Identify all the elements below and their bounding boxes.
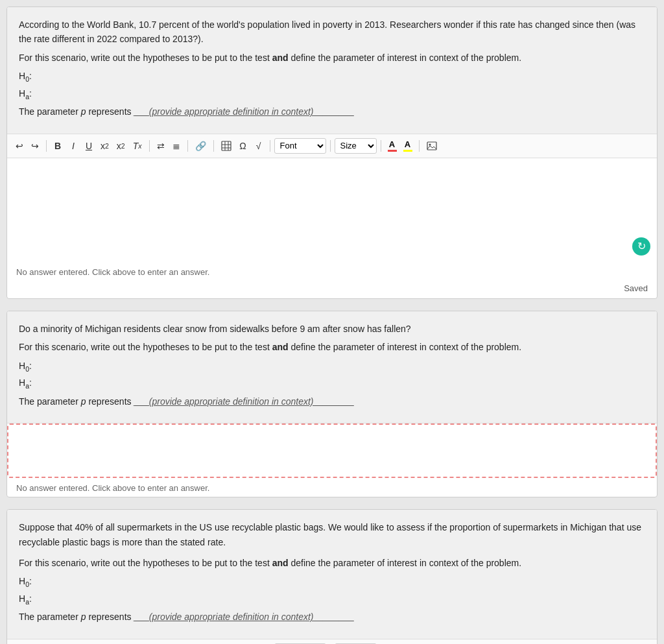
q1-toolbar: ↩ ↪ B I U x2 x2 Tx ⇄ ≣ 🔗 xyxy=(7,134,657,158)
q1-param-placeholder: ___(provide appropriate definition in co… xyxy=(134,106,353,117)
q3-param-placeholder: ___(provide appropriate definition in co… xyxy=(134,612,353,622)
q3-toolbar: ↩ ↪ B I U x2 x2 Tx ⇄ ≣ 🔗 xyxy=(7,639,657,644)
q1-and-bold: and xyxy=(272,53,289,63)
sep6 xyxy=(330,140,331,152)
redo-button[interactable]: ↪ xyxy=(28,138,42,154)
svg-rect-5 xyxy=(427,142,436,150)
q3-ha: Ha: xyxy=(19,591,645,608)
sep2 xyxy=(149,140,150,152)
q3-editor[interactable]: ↩ ↪ B I U x2 x2 Tx ⇄ ≣ 🔗 xyxy=(7,639,657,644)
q3-param: The parameter p represents ___(provide a… xyxy=(19,610,645,624)
image-icon xyxy=(427,141,437,151)
q3-prompt-line1: Suppose that 40% of all supermarkets in … xyxy=(19,520,645,549)
q1-content-area[interactable]: ↻ xyxy=(7,158,657,262)
font-color-a: A xyxy=(389,139,395,149)
question-1: According to the World Bank, 10.7 percen… xyxy=(6,6,658,299)
underline-button[interactable]: U xyxy=(82,138,96,154)
q1-saved-status: Saved xyxy=(7,281,657,298)
q2-dashed-area[interactable] xyxy=(7,423,657,478)
font-color-bar xyxy=(388,150,397,152)
undo-button[interactable]: ↩ xyxy=(12,138,27,154)
q2-prompt-line1: Do a minority of Michigan residents clea… xyxy=(19,322,645,336)
bold-button[interactable]: B xyxy=(51,138,65,154)
question-2: Do a minority of Michigan residents clea… xyxy=(6,311,658,497)
q1-no-answer: No answer entered. Click above to enter … xyxy=(7,262,657,281)
q2-prompt-line2: For this scenario, write out the hypothe… xyxy=(19,340,645,354)
q3-prompt: Suppose that 40% of all supermarkets in … xyxy=(7,510,657,639)
font-select-q1[interactable]: Font xyxy=(274,138,326,154)
q2-param-placeholder: ___(provide appropriate definition in co… xyxy=(134,396,353,407)
highlight-button-q1[interactable]: A xyxy=(401,138,415,154)
q3-h0: H0: xyxy=(19,574,645,590)
q1-ha: Ha: xyxy=(19,86,645,102)
size-select-q1[interactable]: Size xyxy=(335,138,377,154)
link-button[interactable]: 🔗 xyxy=(192,138,209,154)
sep7 xyxy=(381,140,381,152)
sep3 xyxy=(187,140,188,152)
question-3: Suppose that 40% of all supermarkets in … xyxy=(6,509,658,644)
unordered-list-button[interactable]: ≣ xyxy=(169,138,184,154)
ordered-list-button[interactable]: ⇄ xyxy=(154,138,168,154)
q1-refresh-icon[interactable]: ↻ xyxy=(632,237,650,256)
table-button[interactable] xyxy=(218,138,235,154)
sep1 xyxy=(46,140,47,152)
q1-prompt: According to the World Bank, 10.7 percen… xyxy=(7,7,657,134)
svg-rect-0 xyxy=(222,141,231,150)
superscript-button[interactable]: x2 xyxy=(97,138,112,154)
image-button-q1[interactable] xyxy=(423,138,440,154)
q1-h0: H0: xyxy=(19,69,645,85)
highlight-bar xyxy=(403,150,412,152)
q2-and-bold: and xyxy=(272,342,289,352)
table-icon xyxy=(221,141,231,151)
q1-editor[interactable]: ↩ ↪ B I U x2 x2 Tx ⇄ ≣ 🔗 xyxy=(7,134,657,298)
sep4 xyxy=(213,140,214,152)
subscript-button[interactable]: x2 xyxy=(113,138,128,154)
q2-editor[interactable]: No answer entered. Click above to enter … xyxy=(7,423,657,497)
q3-prompt-line2: For this scenario, write out the hypothe… xyxy=(19,556,645,570)
q2-prompt: Do a minority of Michigan residents clea… xyxy=(7,311,657,423)
q3-and-bold: and xyxy=(272,558,289,568)
omega-button[interactable]: Ω xyxy=(236,138,250,154)
q2-h0: H0: xyxy=(19,359,645,375)
q2-content-area[interactable] xyxy=(8,425,656,477)
highlight-a: A xyxy=(405,139,410,149)
clear-format-button[interactable]: Tx xyxy=(130,138,145,154)
font-color-button-q1[interactable]: A xyxy=(385,138,399,154)
italic-button[interactable]: I xyxy=(66,138,80,154)
svg-point-6 xyxy=(429,143,431,145)
sqrt-button[interactable]: √ xyxy=(252,138,266,154)
q2-ha: Ha: xyxy=(19,376,645,392)
q1-prompt-line2: For this scenario, write out the hypothe… xyxy=(19,51,645,65)
q1-prompt-line1: According to the World Bank, 10.7 percen… xyxy=(19,18,645,47)
q2-no-answer: No answer entered. Click above to enter … xyxy=(7,478,657,497)
q2-param: The parameter p represents ___(provide a… xyxy=(19,394,645,409)
sep5 xyxy=(270,140,270,152)
sep8 xyxy=(419,140,420,152)
q1-param: The parameter p represents ___(provide a… xyxy=(19,104,645,119)
